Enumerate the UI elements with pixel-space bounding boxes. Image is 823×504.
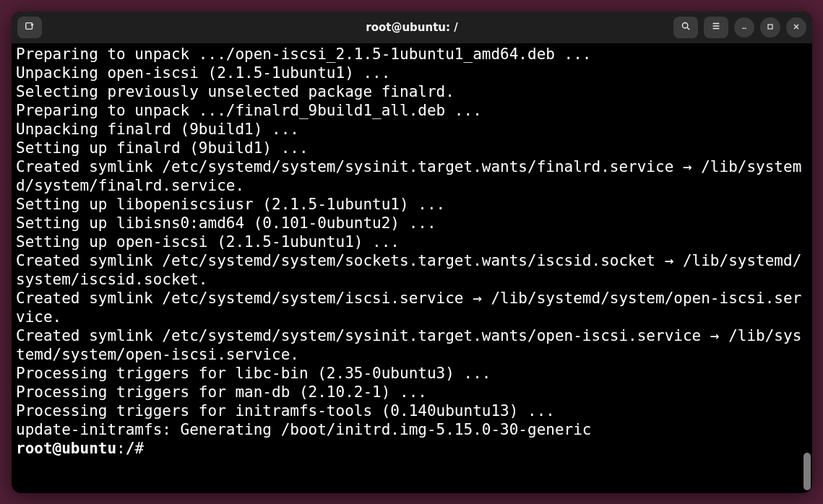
- new-tab-icon: [25, 21, 35, 34]
- minimize-button[interactable]: [734, 17, 754, 38]
- svg-point-3: [682, 22, 687, 27]
- titlebar: root@ubuntu: /: [12, 12, 812, 43]
- svg-rect-9: [768, 25, 772, 29]
- search-button[interactable]: [673, 17, 698, 38]
- svg-rect-0: [26, 23, 33, 30]
- prompt-path: /: [126, 440, 135, 457]
- scrollbar-track[interactable]: [803, 43, 811, 493]
- scrollbar-thumb[interactable]: [803, 453, 811, 490]
- maximize-button[interactable]: [760, 17, 780, 38]
- maximize-icon: [766, 21, 775, 34]
- close-button[interactable]: [786, 17, 806, 38]
- minimize-icon: [740, 21, 749, 34]
- hamburger-menu-button[interactable]: [704, 17, 728, 38]
- prompt-sep: :: [116, 440, 126, 457]
- terminal-window: root@ubuntu: /: [12, 12, 812, 493]
- search-icon: [681, 21, 691, 34]
- terminal-output: Preparing to unpack .../open-iscsi_2.1.5…: [16, 45, 808, 439]
- prompt-line: root@ubuntu:/#: [16, 439, 808, 458]
- prompt-user: root@ubuntu: [16, 440, 116, 457]
- close-icon: [792, 21, 801, 34]
- prompt-symbol: #: [134, 440, 144, 457]
- new-tab-button[interactable]: [17, 17, 42, 38]
- svg-line-4: [687, 27, 689, 30]
- hamburger-menu-icon: [711, 21, 721, 34]
- terminal-body[interactable]: Preparing to unpack .../open-iscsi_2.1.5…: [12, 43, 812, 493]
